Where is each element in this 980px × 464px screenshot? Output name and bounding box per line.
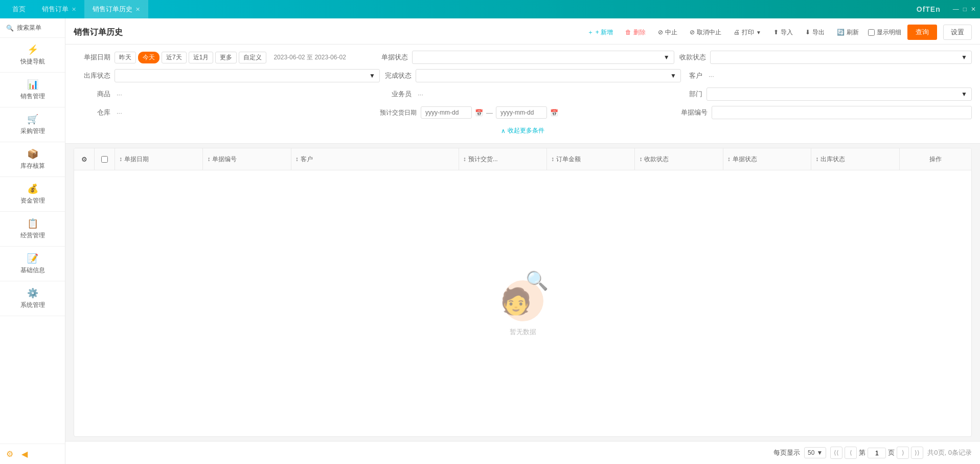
tab-sales-order-history-label: 销售订单历史: [93, 5, 132, 14]
tab-sales-order-history[interactable]: 销售订单历史 ✕: [84, 0, 148, 18]
delete-label: 删除: [633, 28, 646, 37]
settings-button[interactable]: 设置: [943, 25, 972, 40]
total-info: 共0页, 0条记录: [927, 448, 972, 457]
sidebar-item-search-menu[interactable]: 🔍 搜索菜单: [0, 18, 65, 38]
customer-filter-dots[interactable]: ···: [706, 72, 716, 80]
order-no-input[interactable]: [712, 106, 972, 119]
page-input[interactable]: [868, 448, 886, 458]
sidebar-item-inventory-calc[interactable]: 📦 库存核算: [0, 142, 65, 177]
outbound-filter-wrap: ▼: [115, 69, 380, 82]
status-dropdown-icon: ▼: [664, 54, 670, 61]
add-icon: ＋: [587, 28, 594, 37]
prev-page-btn[interactable]: ⟨: [845, 447, 857, 459]
print-button[interactable]: 🖨 打印 ▼: [731, 26, 764, 39]
sidebar-item-sales-mgmt[interactable]: 📊 销售管理: [0, 73, 65, 107]
th-status[interactable]: ↕ 单据状态: [723, 148, 811, 170]
outbound-filter-select[interactable]: ▼: [115, 69, 380, 82]
first-page-btn[interactable]: ⟨⟨: [830, 447, 842, 459]
complete-filter-wrap: ▼: [416, 69, 681, 82]
brand-label: OfTEn: [917, 5, 941, 13]
th-customer[interactable]: ↕ 客户: [291, 148, 459, 170]
th-outbound[interactable]: ↕ 出库状态: [811, 148, 899, 170]
payment-status-filter-select[interactable]: ▼: [710, 51, 972, 64]
delete-button[interactable]: 🗑 删除: [622, 26, 649, 39]
date-btn-yesterday[interactable]: 昨天: [115, 52, 136, 63]
sidebar-item-purchase-mgmt[interactable]: 🛒 采购管理: [0, 107, 65, 142]
tab-home-label: 首页: [12, 5, 26, 14]
sidebar-collapse-icon[interactable]: ◀: [21, 449, 28, 459]
complete-filter-select[interactable]: ▼: [416, 69, 681, 82]
date-btn-1month[interactable]: 近1月: [189, 52, 214, 63]
date-btn-more[interactable]: 更多: [215, 52, 237, 63]
th-amount[interactable]: ↕ 订单金额: [547, 148, 635, 170]
collapse-filter-btn[interactable]: ∧ 收起更多条件: [74, 124, 972, 137]
th-delivery[interactable]: ↕ 预计交货...: [459, 148, 547, 170]
per-page-select[interactable]: 50 ▼: [804, 447, 826, 458]
delivery-date-to-input[interactable]: [496, 106, 547, 119]
close-window-btn[interactable]: ✕: [971, 6, 976, 13]
last-page-btn[interactable]: ⟩⟩: [911, 447, 923, 459]
table-check-all[interactable]: [95, 148, 115, 170]
next-page-btn[interactable]: ⟩: [897, 447, 909, 459]
th-payment[interactable]: ↕ 收款状态: [635, 148, 723, 170]
delivery-date-label: 预计交货日期: [375, 108, 421, 117]
sidebar-settings-icon[interactable]: ⚙: [6, 449, 13, 459]
delivery-date-from-input[interactable]: [421, 106, 472, 119]
empty-magnify-icon: 🔍: [526, 270, 549, 292]
check-all-checkbox[interactable]: [101, 156, 108, 163]
per-page-dropdown-icon: ▼: [816, 449, 823, 456]
th-no[interactable]: ↕ 单据编号: [203, 148, 291, 170]
th-payment-text: 收款状态: [644, 155, 669, 164]
order-no-filter-wrap: [712, 106, 972, 119]
empty-text: 暂无数据: [510, 327, 536, 337]
dept-filter-select[interactable]: ▼: [706, 87, 972, 101]
show-detail-checkbox[interactable]: [868, 29, 875, 36]
date-range-text: 2023-06-02 至 2023-06-02: [274, 53, 346, 62]
add-label: + 新增: [596, 28, 613, 37]
date-filter-value: 昨天 今天 近7天 近1月 更多 自定义 2023-06-02 至 2023-0…: [115, 52, 376, 63]
date-filter-label: 单据日期: [74, 53, 115, 62]
salesperson-filter-dots[interactable]: ···: [416, 91, 425, 98]
restore-btn[interactable]: □: [963, 6, 967, 13]
tab-home[interactable]: 首页: [4, 0, 34, 18]
sidebar-item-quick-nav[interactable]: ⚡ 快捷导航: [0, 38, 65, 73]
status-filter-label: 单据状态: [376, 53, 412, 62]
main-layout: 🔍 搜索菜单 ⚡ 快捷导航 📊 销售管理 🛒 采购管理 📦 库存核算 💰 资金管…: [0, 18, 980, 464]
warehouse-filter-dots[interactable]: ···: [115, 109, 124, 117]
sidebar-item-fund-mgmt[interactable]: 💰 资金管理: [0, 177, 65, 212]
content-area: 销售订单历史 ＋ + 新增 🗑 删除 ⊘ 中止 ⊘ 取消中止: [65, 18, 980, 464]
delivery-date-from-cal-icon[interactable]: 📅: [475, 109, 483, 117]
payment-status-filter-wrap: ▼: [710, 51, 972, 64]
show-detail-checkbox-label[interactable]: 显示明细: [868, 28, 901, 37]
table-settings-icon[interactable]: ⚙: [74, 148, 95, 170]
th-date[interactable]: ↕ 单据日期: [115, 148, 203, 170]
tab-sales-order-close[interactable]: ✕: [72, 6, 76, 13]
sidebar-item-system-mgmt[interactable]: ⚙️ 系统管理: [0, 281, 65, 316]
status-filter-select[interactable]: ▼: [412, 51, 674, 64]
tab-sales-order[interactable]: 销售订单 ✕: [34, 0, 84, 18]
dept-dropdown-icon: ▼: [961, 91, 967, 98]
date-range-btns: 昨天 今天 近7天 近1月 更多 自定义: [115, 52, 266, 63]
minimize-btn[interactable]: —: [953, 6, 959, 13]
sidebar-item-basic-info[interactable]: 📝 基础信息: [0, 247, 65, 281]
tab-sales-order-history-close[interactable]: ✕: [135, 6, 140, 13]
query-button[interactable]: 查询: [907, 25, 937, 40]
date-btn-7days[interactable]: 近7天: [162, 52, 187, 63]
date-btn-today[interactable]: 今天: [138, 52, 159, 63]
refresh-label: 刷新: [847, 28, 859, 37]
complete-dropdown-icon: ▼: [670, 72, 676, 79]
export-button[interactable]: ⬇ 导出: [802, 26, 828, 39]
add-button[interactable]: ＋ + 新增: [584, 26, 616, 39]
payment-status-label: 收款状态: [674, 53, 710, 62]
refresh-button[interactable]: 🔄 刷新: [834, 26, 862, 39]
cancel-stop-button[interactable]: ⊘ 取消中止: [687, 26, 724, 39]
sidebar-item-ops-mgmt[interactable]: 📋 经营管理: [0, 212, 65, 247]
warehouse-filter-wrap: ···: [115, 109, 375, 117]
date-btn-custom[interactable]: 自定义: [239, 52, 266, 63]
th-no-sort: ↕: [207, 156, 210, 163]
product-filter-dots[interactable]: ···: [115, 91, 124, 98]
delivery-date-to-cal-icon[interactable]: 📅: [550, 109, 558, 117]
outbound-label: 出库状态: [74, 71, 115, 80]
import-button[interactable]: ⬆ 导入: [770, 26, 796, 39]
stop-button[interactable]: ⊘ 中止: [655, 26, 680, 39]
